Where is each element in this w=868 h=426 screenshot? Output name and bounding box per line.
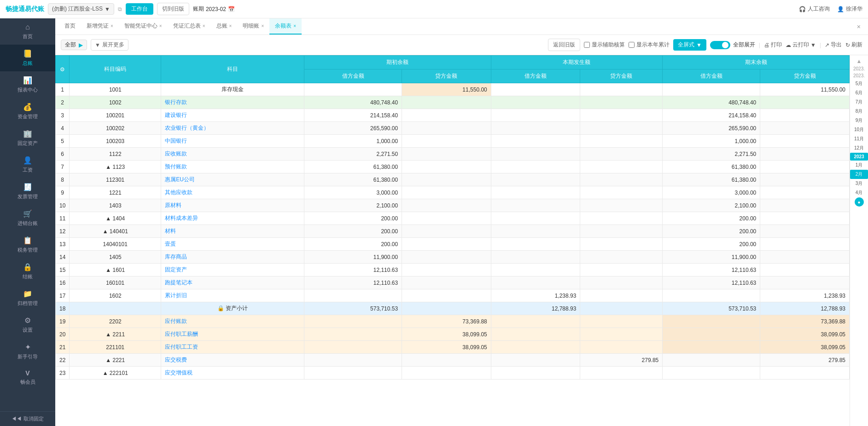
month-11[interactable]: 11月 (850, 134, 868, 144)
row-subject[interactable]: 预付账款 (161, 161, 304, 173)
month-9[interactable]: 9月 (850, 116, 868, 125)
sidebar-item-tax[interactable]: 📋 税务管理 (0, 231, 55, 258)
sidebar-item-ledger[interactable]: 📒 总账 (0, 45, 55, 71)
row-subject[interactable]: 累计折旧 (161, 289, 304, 302)
sidebar-item-funds[interactable]: 💰 资金管理 (0, 98, 55, 125)
month-7[interactable]: 7月 (850, 98, 868, 107)
row-subject[interactable]: 应收账款 (161, 148, 304, 161)
opening-credit (402, 109, 491, 122)
toggle-switch[interactable] (710, 41, 730, 49)
filter-area[interactable]: 全部 ▶ (61, 40, 87, 50)
month-5[interactable]: 5月 (850, 79, 868, 88)
toggle-expand-all[interactable]: 全部展开 (710, 41, 755, 49)
row-subject[interactable]: 跑提笔记本 (161, 276, 304, 289)
tab-smart-voucher[interactable]: 智能凭证中心 × (119, 18, 168, 35)
month-2[interactable]: 2月 (850, 170, 868, 179)
checkbox-accum-input[interactable] (629, 42, 635, 48)
row-subject[interactable]: 应交增值税 (161, 367, 304, 380)
row-subject[interactable]: 材料成本差异 (161, 212, 304, 225)
expand-button[interactable]: ▼ 展开更多 (91, 39, 128, 51)
month-6[interactable]: 6月 (850, 88, 868, 98)
sidebar-item-archive[interactable]: 📁 归档管理 (0, 285, 55, 311)
row-subject[interactable]: 材料 (161, 225, 304, 238)
tab-new-voucher-close[interactable]: × (111, 23, 113, 29)
tab-ledger-close[interactable]: × (229, 23, 232, 29)
tab-detail-close[interactable]: × (261, 23, 264, 29)
sidebar-item-invoice[interactable]: 🧾 发票管理 (0, 178, 55, 205)
year-2023-label[interactable]: 2023 (850, 153, 868, 161)
curr-credit (580, 341, 663, 354)
full-mode-button[interactable]: 全屏式 ▼ (673, 39, 706, 51)
tab-balance[interactable]: 余额表 × (269, 18, 302, 35)
row-subject[interactable]: 固定资产 (161, 264, 304, 276)
copy-icon[interactable]: ⧉ (118, 6, 122, 12)
refresh-button[interactable]: ↻ 刷新 (845, 41, 862, 49)
tab-ledger[interactable]: 总账 × (211, 18, 238, 35)
row-subject[interactable]: 银行存款 (161, 96, 304, 109)
sidebar-item-member[interactable]: V 畅会员 (0, 365, 55, 390)
row-subject[interactable]: 库存商品 (161, 251, 304, 264)
sidebar-item-assets[interactable]: 🏢 固定资产 (0, 125, 55, 151)
row-subject[interactable]: 其他应收款 (161, 186, 304, 199)
workbench-button[interactable]: 工作台 (126, 3, 153, 15)
row-subject[interactable]: 应交税费 (161, 354, 304, 367)
opening-credit (402, 173, 491, 186)
tab-new-voucher[interactable]: 新增凭证 × (81, 18, 119, 35)
sidebar-unpin-button[interactable]: ◀◀ 取消固定 (0, 411, 55, 426)
timeline-settings-icon[interactable]: ● (855, 197, 864, 207)
tab-home[interactable]: 首页 (59, 18, 81, 35)
row-subject[interactable]: 建设银行 (161, 109, 304, 122)
sidebar-item-guide[interactable]: ✦ 新手引导 (0, 338, 55, 365)
settings-col-header[interactable]: ⚙ (56, 56, 70, 83)
row-subject[interactable]: 农业银行（黄金） (161, 122, 304, 135)
sidebar-item-salary[interactable]: 👤 工资 (0, 151, 55, 178)
user-profile[interactable]: 👤 徐泽华 (837, 5, 862, 13)
month-4[interactable]: 4月 (850, 188, 868, 197)
timeline-up-arrow[interactable]: ▲ (856, 57, 863, 65)
export-button[interactable]: ↗ 导出 (825, 41, 842, 49)
month-8[interactable]: 8月 (850, 107, 868, 116)
row-subject[interactable]: 原材料 (161, 199, 304, 212)
checkbox-aux-input[interactable] (584, 42, 590, 48)
customer-service[interactable]: 🎧 人工咨询 (799, 5, 830, 13)
filter-arrow-icon[interactable]: ▶ (79, 42, 83, 48)
closing-debit: 61,380.00 (663, 173, 760, 186)
sidebar-item-settings[interactable]: ⚙ 设置 (0, 311, 55, 338)
return-old-version-button[interactable]: 返回旧版 (548, 39, 580, 51)
month-1[interactable]: 1月 (850, 161, 868, 170)
closing-credit (760, 367, 850, 380)
row-subject[interactable]: 惠属EU公司 (161, 173, 304, 186)
tab-detail[interactable]: 明细账 × (237, 18, 269, 35)
curr-debit (491, 96, 580, 109)
month-3[interactable]: 3月 (850, 179, 868, 188)
row-subject[interactable]: 中国银行 (161, 135, 304, 148)
opening-credit (402, 367, 491, 380)
company-selector[interactable]: (勿删) 江西股金-LSS ▼ (48, 3, 114, 15)
tab-balance-close[interactable]: × (293, 23, 296, 29)
checkbox-aux-calc[interactable]: 显示辅助核算 (584, 41, 625, 49)
tab-voucher-summary[interactable]: 凭证汇总表 × (168, 18, 211, 35)
row-subject[interactable]: 应付职工薪酬 (161, 328, 304, 341)
month-12[interactable]: 12月 (850, 144, 868, 153)
close-all-tabs[interactable]: × (853, 23, 864, 30)
sidebar-item-purchase[interactable]: 🛒 进销台账 (0, 205, 55, 231)
switch-version-button[interactable]: 切到旧版 (157, 3, 189, 15)
sidebar-item-home[interactable]: ⌂ 首页 (0, 18, 55, 45)
period-calendar-icon[interactable]: 📅 (228, 6, 235, 12)
row-subject[interactable]: 应付账款 (161, 315, 304, 328)
print-button[interactable]: 🖨 打印 (764, 41, 782, 49)
row-subject[interactable]: 壹蛋 (161, 238, 304, 251)
row-subject[interactable]: 应付职工工资 (161, 341, 304, 354)
checkbox-year-accum[interactable]: 显示本年累计 (629, 41, 670, 49)
opening-credit (402, 225, 491, 238)
sidebar-label-ledger: 总账 (23, 60, 33, 67)
sidebar-item-reports[interactable]: 📊 报表中心 (0, 71, 55, 98)
cloud-print-button[interactable]: ☁ 云打印 ▼ (786, 41, 816, 49)
curr-debit (491, 199, 580, 212)
month-10[interactable]: 10月 (850, 125, 868, 134)
table-wrapper[interactable]: ⚙ 科目编码 科目 期初余额 本期发生额 期末余额 借方金额 贷方金额 借方金额 (55, 55, 850, 426)
tab-voucher-summary-close[interactable]: × (203, 23, 205, 29)
sidebar-item-closing[interactable]: 🔒 结账 (0, 258, 55, 285)
tab-smart-voucher-close[interactable]: × (159, 23, 162, 29)
top-bar: 畅捷通易代账 (勿删) 江西股金-LSS ▼ ⧉ 工作台 切到旧版 账期 202… (0, 0, 868, 18)
